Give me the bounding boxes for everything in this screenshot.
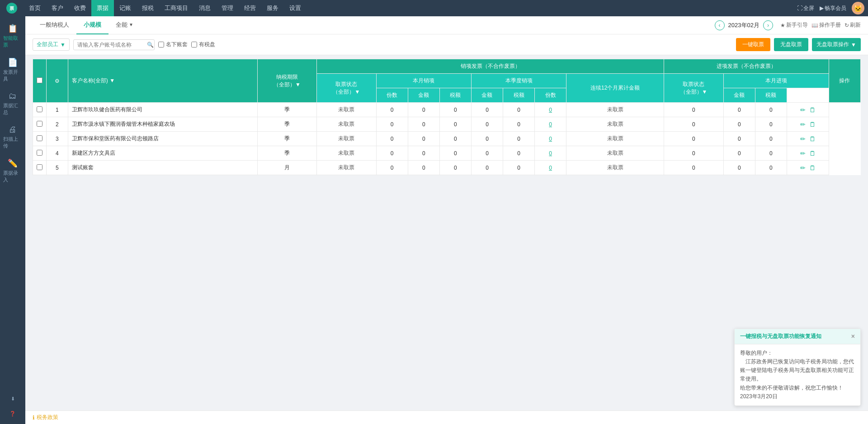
period-prev-btn[interactable]: ‹	[715, 20, 725, 30]
row-detail-btn-4[interactable]: 🗒	[808, 163, 816, 172]
popup-close-btn[interactable]: ×	[851, 333, 855, 340]
row-detail-btn-3[interactable]: 🗒	[808, 149, 816, 158]
row-actions-2: ✏ 🗒	[787, 132, 829, 146]
search-input[interactable]	[77, 42, 145, 48]
row-num-0: 1	[47, 103, 68, 117]
sidebar-item-summary[interactable]: 🗂 票据汇总	[1, 88, 24, 119]
manual-btn[interactable]: 📖 操作手册	[811, 21, 841, 29]
row-detail-btn-0[interactable]: 🗒	[808, 105, 816, 114]
filter-dropdown-icon: ▼	[60, 42, 66, 48]
row-out-12month-4: 0	[535, 161, 566, 175]
row-tax-period-0: 季	[257, 103, 316, 117]
period-next-btn[interactable]: ›	[763, 20, 773, 30]
row-out-status-0: 未取票	[317, 103, 376, 117]
th-actions: 操作	[829, 59, 860, 103]
invoice-table: ⚙ 客户名称(全部) ▼ 纳税期限（全部）▼ 销项发票（不合作废票） 进项发票（…	[33, 59, 861, 175]
row-checkbox-cell	[33, 161, 47, 175]
refresh-btn[interactable]: ↻ 刷新	[844, 21, 861, 29]
row-in-month-tax-1: 0	[755, 117, 787, 132]
member-btn[interactable]: ▶ 畅享会员	[820, 5, 846, 12]
help-icon: ❓	[9, 411, 16, 417]
popup-header: 一键报税与无盘取票功能恢复通知 ×	[735, 329, 860, 344]
th-tax-period: 纳税期限（全部）▼	[257, 59, 316, 103]
row-out-12month-2: 0	[535, 132, 566, 146]
sub-account-checkbox-label[interactable]: 名下账套	[158, 41, 188, 48]
th-out-month: 本月销项	[376, 74, 471, 88]
row-out-quarter-tax-1: 0	[503, 117, 535, 132]
select-all-checkbox[interactable]	[37, 77, 42, 83]
row-edit-btn-3[interactable]: ✏	[799, 149, 807, 158]
tab-all[interactable]: 全能 ▼	[108, 16, 141, 34]
row-edit-btn-2[interactable]: ✏	[799, 134, 807, 143]
nav-home[interactable]: 首页	[24, 0, 46, 16]
sidebar-item-entry[interactable]: ✏️ 票据录入	[1, 155, 24, 187]
sidebar-item-smart-fetch[interactable]: 📋 智能取票	[1, 20, 24, 52]
row-name-3: 新建区方方文具店	[68, 146, 257, 161]
nav-tax[interactable]: 报税	[137, 0, 159, 16]
row-out-quarter-tax-3: 0	[503, 146, 535, 161]
row-checkbox-cell	[33, 103, 47, 117]
row-checkbox-3[interactable]	[37, 150, 42, 156]
row-checkbox-2[interactable]	[37, 135, 42, 141]
one-key-fetch-btn[interactable]: 一键取票	[736, 38, 770, 51]
bottom-bar: ℹ 税务政策	[25, 410, 868, 424]
row-in-status-1: 未取票	[566, 117, 664, 132]
sidebar-item-help[interactable]: ❓	[1, 407, 24, 420]
nav-customer[interactable]: 客户	[46, 0, 69, 16]
nav-invoice[interactable]: 票据	[91, 0, 114, 16]
row-num-4: 5	[47, 161, 68, 175]
th-settings: ⚙	[47, 59, 68, 103]
row-in-status-4: 未取票	[566, 161, 664, 175]
has-tax-checkbox-label[interactable]: 有税盘	[191, 41, 215, 48]
row-checkbox-1[interactable]	[37, 121, 42, 127]
nav-business[interactable]: 工商项目	[159, 0, 193, 16]
row-checkbox-4[interactable]	[37, 164, 42, 170]
row-edit-btn-0[interactable]: ✏	[799, 105, 807, 114]
row-checkbox-cell	[33, 117, 47, 132]
sidebar-item-scan[interactable]: 🖨 扫描上传	[1, 121, 24, 153]
top-navigation: 票 首页 客户 收费 票据 记账 报税 工商项目 消息 管理 经营 服务 设置 …	[0, 0, 868, 16]
sidebar-item-download[interactable]: ⬇	[1, 392, 24, 405]
nav-items: 首页 客户 收费 票据 记账 报税 工商项目 消息 管理 经营 服务 设置	[24, 0, 797, 16]
row-actions-0: ✏ 🗒	[787, 103, 829, 117]
row-edit-btn-1[interactable]: ✏	[799, 120, 807, 129]
row-out-month-count-0: 0	[376, 103, 408, 117]
nav-management[interactable]: 管理	[216, 0, 239, 16]
th-out-quarter: 本季度销项	[471, 74, 566, 88]
guide-btn[interactable]: ★ 新手引导	[780, 21, 808, 29]
no-disk-ops-btn[interactable]: 无盘取票操作 ▼	[812, 38, 861, 51]
tab-general[interactable]: 一般纳税人	[33, 16, 76, 34]
nav-operation[interactable]: 经营	[239, 0, 261, 16]
row-out-month-amount-0: 0	[408, 103, 439, 117]
row-detail-btn-2[interactable]: 🗒	[808, 134, 816, 143]
fullscreen-btn[interactable]: ⛶ 全屏	[797, 5, 814, 12]
row-checkbox-0[interactable]	[37, 106, 42, 112]
no-disk-fetch-btn[interactable]: 无盘取票	[774, 38, 808, 51]
row-in-status-3: 未取票	[566, 146, 664, 161]
notification-popup: 一键报税与无盘取票功能恢复通知 × 尊敬的用户： 江苏政务网已恢复访问电子税务局…	[734, 329, 861, 406]
row-actions-3: ✏ 🗒	[787, 146, 829, 161]
row-edit-btn-4[interactable]: ✏	[799, 163, 807, 172]
row-tax-period-4: 月	[257, 161, 316, 175]
sub-account-checkbox[interactable]	[158, 42, 164, 48]
nav-message[interactable]: 消息	[193, 0, 216, 16]
table-row: 1 卫辉市玖玖健合医药有限公司 季 未取票 0 0 0 0 0 0 未取票 0 …	[33, 103, 861, 117]
sub-tabs-bar: 一般纳税人 小规模 全能 ▼ ‹ 2023年02月 › ★ 新手引导 📖 操作手…	[25, 16, 868, 34]
th-in-month-tax: 税额	[755, 88, 787, 103]
sidebar-item-issue[interactable]: 📄 发票开具	[1, 54, 24, 86]
tax-policy-link[interactable]: 税务政策	[37, 414, 58, 421]
sidebar-label-summary: 票据汇总	[3, 102, 22, 116]
nav-service[interactable]: 服务	[261, 0, 284, 16]
th-out-quarter-tax: 税额	[503, 88, 535, 103]
row-name-1: 卫辉市汲水镇下圈润香烟管木种植家庭农场	[68, 117, 257, 132]
nav-settings[interactable]: 设置	[284, 0, 307, 16]
user-avatar[interactable]: 🐱	[852, 2, 864, 14]
sidebar-label-entry: 票据录入	[3, 170, 22, 183]
employee-filter[interactable]: 全部员工 ▼	[33, 38, 70, 51]
nav-collection[interactable]: 收费	[69, 0, 91, 16]
row-out-quarter-tax-0: 0	[503, 103, 535, 117]
tab-small[interactable]: 小规模	[76, 16, 108, 34]
row-detail-btn-1[interactable]: 🗒	[808, 120, 816, 129]
nav-bookkeeping[interactable]: 记账	[114, 0, 137, 16]
has-tax-checkbox[interactable]	[191, 42, 197, 48]
